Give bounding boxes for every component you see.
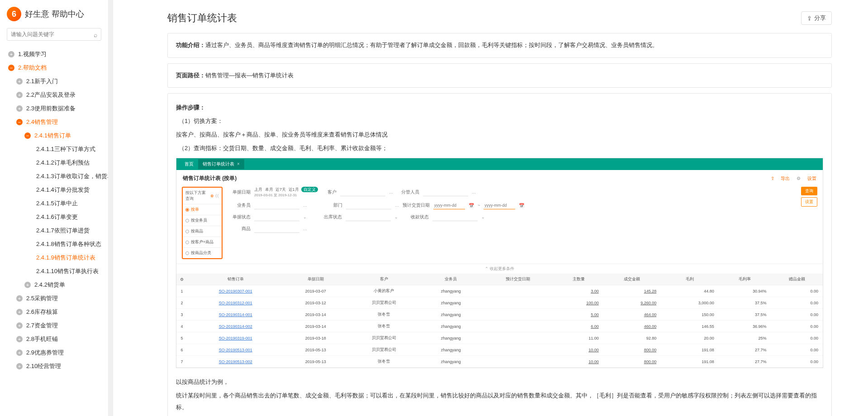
table-row[interactable]: 6SO-20190513-0012019-05-13贝贝贸易公司zhangyan…	[176, 344, 823, 356]
table-cell[interactable]: 3.00	[555, 285, 603, 297]
table-cell[interactable]: SO-20190314-001	[187, 309, 284, 321]
table-row[interactable]: 5SO-20190319-0012019-03-18贝贝贸易公司zhangyan…	[176, 332, 823, 344]
search-icon[interactable]: ⌕	[94, 31, 97, 38]
expand-icon[interactable]: +	[16, 322, 23, 329]
nav-item-help-docs[interactable]: −2.帮助文档	[0, 61, 108, 75]
cust-input[interactable]	[340, 188, 385, 196]
table-cell[interactable]: 6.00	[555, 321, 603, 332]
scheme-item[interactable]: 按业务员	[183, 215, 222, 226]
gear-icon[interactable]: ⚙	[180, 277, 184, 282]
table-cell: 张冬雪	[347, 309, 420, 321]
outstatus-input[interactable]	[346, 213, 391, 221]
nav-item-2-3[interactable]: +2.3使用前数据准备	[0, 102, 108, 115]
sidebar-scrollbar[interactable]	[109, 0, 113, 416]
search-input[interactable]	[7, 28, 101, 41]
nav-item-2-6[interactable]: +2.6库存核算	[0, 305, 108, 319]
table-cell: 0.00	[771, 344, 823, 356]
date-range: 2019-03-01 至 2019-12-31	[254, 193, 319, 198]
expand-icon[interactable]: +	[16, 78, 23, 85]
nav-item-2-1[interactable]: +2.1新手入门	[0, 75, 108, 88]
scheme-item[interactable]: 按客户+商品	[183, 237, 222, 248]
table-cell[interactable]: 800.00	[603, 344, 661, 356]
nav-item-2-4[interactable]: −2.4销售管理	[0, 115, 108, 129]
nav-item-2-4-1[interactable]: −2.4.1销售订单	[0, 129, 108, 142]
nav-item-2-2[interactable]: +2.2产品安装及登录	[0, 88, 108, 102]
nav-leaf-1[interactable]: 2.4.1.1三种下订单方式	[0, 142, 108, 156]
scheme-item[interactable]: 按商品分类	[183, 248, 222, 258]
nav-leaf-2[interactable]: 2.4.1.2订单毛利预估	[0, 156, 108, 170]
table-row[interactable]: 3SO-20190314-0012019-03-14张冬雪zhangyang5.…	[176, 309, 823, 321]
collapse-bar[interactable]: ⌃ 收起更多条件	[176, 264, 823, 274]
collapse-icon[interactable]: −	[16, 119, 23, 125]
table-row[interactable]: 1SO-20190307-0012019-03-07小黄的客户zhangyang…	[176, 285, 823, 297]
nav-item-2-5[interactable]: +2.5采购管理	[0, 292, 108, 305]
table-cell[interactable]: SO-20190513-002	[187, 356, 284, 368]
scheme-item[interactable]: 按单	[183, 204, 222, 215]
ss-tab-report[interactable]: 销售订单统计表×	[198, 159, 244, 169]
query-button[interactable]: 查询	[801, 187, 817, 195]
nav-item-2-9[interactable]: +2.9优惠券管理	[0, 346, 108, 359]
scheme-item[interactable]: 按商品	[183, 226, 222, 237]
table-cell[interactable]: 145.28	[603, 285, 661, 297]
table-cell[interactable]: SO-20190513-001	[187, 344, 284, 356]
nav-leaf-6[interactable]: 2.4.1.6订单变更	[0, 210, 108, 224]
expand-icon[interactable]: +	[16, 350, 23, 356]
table-cell[interactable]: 5.00	[555, 309, 603, 321]
table-cell: 5	[176, 332, 187, 344]
goods-input[interactable]	[254, 225, 299, 233]
date-to[interactable]	[484, 201, 515, 209]
status-input[interactable]	[254, 213, 299, 221]
expand-icon[interactable]: +	[16, 363, 23, 369]
nav-item-2-4-2[interactable]: +2.4.2销货单	[0, 278, 108, 292]
paystatus-input[interactable]	[432, 213, 478, 221]
nav-leaf-5[interactable]: 2.4.1.5订单中止	[0, 197, 108, 210]
table-cell[interactable]: 9,260.00	[603, 297, 661, 309]
date-from[interactable]	[433, 201, 465, 209]
table-cell[interactable]: 10.00	[555, 344, 603, 356]
nav-leaf-9[interactable]: 2.4.1.9销售订单统计表	[0, 251, 108, 265]
close-icon[interactable]: ×	[237, 161, 240, 166]
table-cell[interactable]: 100.00	[555, 297, 603, 309]
dept-input[interactable]	[346, 201, 391, 209]
table-row[interactable]: 7SO-20190513-0022019-05-13张冬雪zhangyang10…	[176, 356, 823, 368]
share-button[interactable]: ⇪分享	[801, 11, 832, 25]
collapse-icon[interactable]: −	[24, 132, 31, 139]
table-row[interactable]: 4SO-20190314-0022019-03-14张冬雪zhangyang6.…	[176, 321, 823, 332]
settings-button[interactable]: ⚙ 设置	[797, 176, 816, 181]
table-cell[interactable]: 464.00	[603, 309, 661, 321]
page-title: 销售订单统计表	[167, 11, 237, 25]
date-custom[interactable]: 自定义	[301, 187, 318, 192]
nav-item-2-7[interactable]: +2.7资金管理	[0, 319, 108, 332]
table-cell[interactable]: 460.00	[603, 321, 661, 332]
table-cell[interactable]: 800.00	[603, 356, 661, 368]
ss-tab-home[interactable]: 首页	[180, 159, 198, 169]
table-header: ⚙	[176, 274, 187, 285]
nav-leaf-7[interactable]: 2.4.1.7依照订单进货	[0, 224, 108, 237]
expand-icon[interactable]: +	[8, 51, 14, 57]
table-cell[interactable]: 10.00	[555, 356, 603, 368]
sales-input[interactable]	[254, 201, 299, 209]
table-cell[interactable]: SO-20190307-001	[187, 285, 284, 297]
nav-leaf-4[interactable]: 2.4.1.4订单分批发货	[0, 183, 108, 197]
nav-leaf-8[interactable]: 2.4.1.8销售订单各种状态	[0, 237, 108, 251]
expand-icon[interactable]: +	[16, 309, 23, 315]
nav-item-2-10[interactable]: +2.10经营管理	[0, 359, 108, 373]
nav-leaf-3[interactable]: 2.4.1.3订单收取订金，销货单	[0, 170, 108, 183]
expand-icon[interactable]: +	[24, 282, 31, 288]
expand-icon[interactable]: +	[16, 336, 23, 342]
set-button[interactable]: 设置	[801, 197, 817, 207]
expand-icon[interactable]: +	[16, 92, 23, 98]
nav-leaf-10[interactable]: 2.4.1.10销售订单执行表	[0, 265, 108, 278]
collapse-icon[interactable]: −	[8, 65, 14, 71]
table-header: 业务员	[420, 274, 481, 285]
table-row[interactable]: 2SO-20190312-0012019-03-12贝贝贸易公司zhangyan…	[176, 297, 823, 309]
table-cell[interactable]: SO-20190312-001	[187, 297, 284, 309]
nav-item-2-8[interactable]: +2.8手机旺铺	[0, 332, 108, 346]
expand-icon[interactable]: +	[16, 105, 23, 112]
nav-item-video[interactable]: +1.视频学习	[0, 47, 108, 61]
table-cell[interactable]: SO-20190314-002	[187, 321, 284, 332]
export-button[interactable]: ⇧ 导出	[771, 176, 790, 181]
mgr-input[interactable]	[423, 188, 468, 196]
table-cell[interactable]: SO-20190319-001	[187, 332, 284, 344]
expand-icon[interactable]: +	[16, 295, 23, 302]
